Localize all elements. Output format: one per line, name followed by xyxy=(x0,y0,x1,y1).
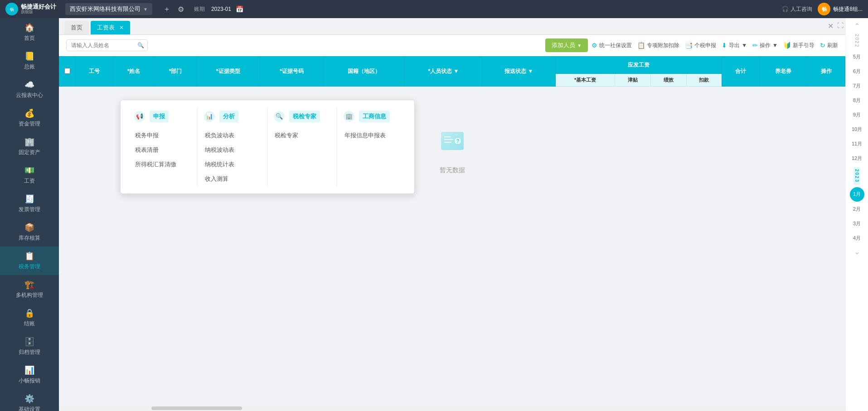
dropdown-business-info: 🏢 工商信息 年报信息申报表 xyxy=(337,107,407,186)
sidebar-item-home[interactable]: 🏠 首页 xyxy=(0,18,59,47)
export-icon: ⬇ xyxy=(722,42,727,49)
sidebar-item-settings[interactable]: ⚙️ 基础设置 xyxy=(0,389,59,411)
tab-bar: 首页 工资表 ✕ xyxy=(59,18,845,35)
month-7[interactable]: 7月 xyxy=(849,79,865,92)
sidebar-item-archive[interactable]: 🗄️ 归档管理 xyxy=(0,332,59,361)
chevron-down-icon: ▼ xyxy=(143,7,148,12)
sidebar-item-tax[interactable]: 📋 税务管理 xyxy=(0,247,59,275)
cloud-icon: ☁️ xyxy=(24,80,34,90)
month-1-2023[interactable]: 1月 xyxy=(850,187,864,202)
content-expand-icon[interactable]: ⛶ xyxy=(837,22,844,30)
toolbar: 🔍 添加人员 ▼ ⚙ 统一社保设置 📋 专项附加扣除 📑 个税申报 xyxy=(59,35,845,56)
tax-form-item[interactable]: 税表清册 xyxy=(133,143,192,157)
xiaochang-icon: 📊 xyxy=(24,365,34,375)
annual-report-item[interactable]: 年报信息申报表 xyxy=(343,128,402,143)
new-guide-btn[interactable]: 🔰 新手引导 xyxy=(783,42,815,49)
add-employee-btn[interactable]: 添加人员 ▼ xyxy=(545,39,588,52)
th-basic-salary: *基本工资 xyxy=(555,74,615,87)
bottom-scrollbar[interactable] xyxy=(59,406,845,411)
sidebar-item-fund[interactable]: 💰 资金管理 xyxy=(0,104,59,132)
social-insurance-btn[interactable]: ⚙ 统一社保设置 xyxy=(592,42,632,49)
scroll-thumb[interactable] xyxy=(151,406,242,410)
search-icon: 🔍 xyxy=(137,42,144,48)
service-btn[interactable]: 🎧 人工咨询 xyxy=(782,5,812,13)
select-all-checkbox[interactable] xyxy=(64,68,70,74)
sidebar-label-invoice: 发票管理 xyxy=(19,206,40,213)
fund-icon: 💰 xyxy=(24,108,34,118)
svg-text:📢: 📢 xyxy=(136,112,144,120)
month-6[interactable]: 6月 xyxy=(849,64,865,78)
sidebar-item-invoice[interactable]: 🧾 发票管理 xyxy=(0,189,59,218)
export-btn[interactable]: ⬇ 导出 ▼ xyxy=(722,42,747,49)
sidebar-item-cloud[interactable]: ☁️ 云报表中心 xyxy=(0,75,59,104)
tax-declaration-item[interactable]: 税务申报 xyxy=(133,128,192,143)
svg-text:🏢: 🏢 xyxy=(345,112,353,120)
add-company-btn[interactable]: ＋ xyxy=(161,4,172,15)
tax-expert-item[interactable]: 税检专家 xyxy=(273,128,331,143)
main-layout: 🏠 首页 📒 总账 ☁️ 云报表中心 💰 资金管理 🏢 固定资产 💵 工资 🧾 … xyxy=(0,18,868,411)
tab-close-icon[interactable]: ✕ xyxy=(119,24,124,31)
ledger-icon: 📒 xyxy=(24,51,34,61)
sidebar-item-xiaochang[interactable]: 📊 小畅报销 xyxy=(0,361,59,389)
social-insurance-icon: ⚙ xyxy=(592,42,597,49)
personal-tax-btn[interactable]: 📑 个税申报 xyxy=(685,42,716,49)
sidebar-item-assets[interactable]: 🏢 固定资产 xyxy=(0,132,59,161)
calendar-icon[interactable]: 📅 xyxy=(236,5,243,13)
sidebar-label-assets: 固定资产 xyxy=(19,149,40,156)
tax-dropdown-menu: 📢 申报 税务申报 税表清册 所得税汇算清缴 📊 xyxy=(120,100,415,194)
month-3-2023[interactable]: 3月 xyxy=(849,217,865,231)
business-info-icon: 🏢 xyxy=(343,110,355,123)
income-calc-item[interactable]: 收入测算 xyxy=(203,172,262,186)
sidebar-label-multiorg: 多机构管理 xyxy=(16,291,43,299)
settings-icon[interactable]: ⚙ xyxy=(176,4,186,15)
operation-btn[interactable]: ✏ 操作 ▼ xyxy=(752,42,778,49)
panel-down-arrow[interactable]: ⌄ xyxy=(852,246,862,258)
svg-rect-5 xyxy=(444,142,451,143)
content-area: 首页 工资表 ✕ 🔍 添加人员 ▼ ⚙ 统一社保设置 xyxy=(59,18,845,411)
th-checkbox[interactable] xyxy=(59,57,76,87)
dropdown-analysis: 📊 分析 税负波动表 纳税波动表 纳税统计表 收入测算 xyxy=(198,107,267,186)
close-period-icon: 🔒 xyxy=(24,308,34,318)
month-12[interactable]: 12月 xyxy=(849,151,865,165)
top-header: 畅 畅捷通好会计 旗舰版 西安虾米网络科技有限公司 ▼ ＋ ⚙ 账期 2023-… xyxy=(0,0,868,18)
export-arrow: ▼ xyxy=(742,42,747,48)
personal-tax-label: 个税申报 xyxy=(694,42,716,49)
content-close-icon[interactable]: ✕ xyxy=(828,22,834,30)
tab-salary[interactable]: 工资表 ✕ xyxy=(91,21,130,34)
month-10[interactable]: 10月 xyxy=(849,122,865,136)
sidebar-label-fund: 资金管理 xyxy=(19,120,40,128)
month-4-2023[interactable]: 4月 xyxy=(849,232,865,245)
user-avatar-area[interactable]: 畅 畅捷通8组... xyxy=(818,3,863,15)
sidebar-item-close[interactable]: 🔒 结账 xyxy=(0,304,59,332)
svg-rect-4 xyxy=(444,139,453,140)
company-name: 西安虾米网络科技有限公司 xyxy=(70,5,141,13)
sidebar-item-inventory[interactable]: 📦 库存核算 xyxy=(0,218,59,247)
month-11[interactable]: 11月 xyxy=(849,137,865,150)
salary-icon: 💵 xyxy=(24,165,34,175)
tax-fluctuation-item[interactable]: 纳税波动表 xyxy=(203,143,262,157)
tax-stats-item[interactable]: 纳税统计表 xyxy=(203,157,262,172)
analysis-header: 📊 分析 xyxy=(203,107,262,128)
sidebar-item-ledger[interactable]: 📒 总账 xyxy=(0,47,59,75)
sidebar-item-salary[interactable]: 💵 工资 xyxy=(0,161,59,189)
sidebar-label-inventory: 库存核算 xyxy=(19,234,40,242)
month-5[interactable]: 5月 xyxy=(849,50,865,63)
empty-icon: ? xyxy=(434,123,470,159)
sidebar-label-home: 首页 xyxy=(24,34,35,42)
sidebar-label-settings: 基础设置 xyxy=(19,406,40,411)
sidebar-label-archive: 归档管理 xyxy=(19,348,40,356)
income-tax-item[interactable]: 所得税汇算清缴 xyxy=(133,157,192,172)
company-selector[interactable]: 西安虾米网络科技有限公司 ▼ xyxy=(65,3,152,15)
refresh-icon: ↻ xyxy=(820,42,825,49)
search-input[interactable] xyxy=(71,42,135,48)
tax-expert-header: 🔍 税检专家 xyxy=(273,107,331,128)
special-deduction-btn[interactable]: 📋 专项附加扣除 xyxy=(637,42,679,49)
month-2-2023[interactable]: 2月 xyxy=(849,203,865,216)
panel-up-arrow[interactable]: ⌃ xyxy=(852,20,862,32)
month-9[interactable]: 9月 xyxy=(849,108,865,121)
sidebar-item-multiorg[interactable]: 🏗️ 多机构管理 xyxy=(0,275,59,304)
tab-home[interactable]: 首页 xyxy=(64,21,89,34)
month-8[interactable]: 8月 xyxy=(849,93,865,107)
tax-burden-item[interactable]: 税负波动表 xyxy=(203,128,262,143)
refresh-btn[interactable]: ↻ 刷新 xyxy=(820,42,838,49)
